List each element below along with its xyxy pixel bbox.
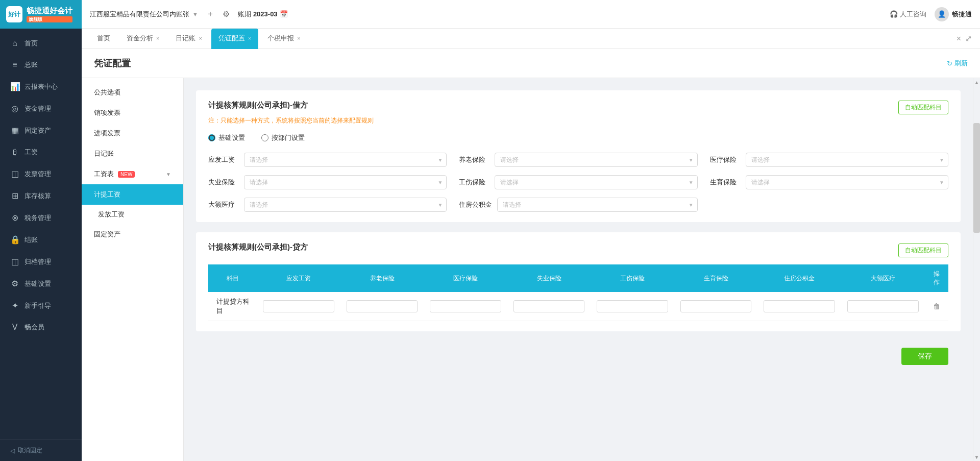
radio-basic-setting[interactable]: 基础设置	[208, 133, 245, 142]
tab-bar: 首页 资金分析 × 日记账 × 凭证配置 × 个税申报 × × ⤢	[82, 29, 980, 49]
select-zhufang-gongjijin[interactable]: 请选择	[497, 198, 697, 212]
sidebar-item-salary[interactable]: ₿ 工资	[0, 141, 82, 163]
headset-icon: 🎧	[890, 10, 898, 18]
service-button[interactable]: 🎧 人工咨询	[890, 10, 926, 19]
close-account-icon: 🔒	[10, 235, 19, 245]
menu-item-sales[interactable]: 销项发票	[82, 103, 183, 123]
tab-home[interactable]: 首页	[90, 29, 117, 49]
select-shengyu-baoxian[interactable]: 请选择	[746, 175, 948, 189]
debit-section: 自动匹配科目 计提核算规则(公司承担)-借方 注：只能选择一种方式，系统将按照您…	[196, 90, 961, 222]
content-area: 公共选项 销项发票 进项发票 日记账 工资表 NEW ▼	[82, 78, 980, 461]
tab-diary[interactable]: 日记账 ×	[168, 29, 209, 49]
scroll-up-button[interactable]: ▲	[973, 78, 980, 86]
select-yanglao-baoxian[interactable]: 请选择	[495, 153, 697, 167]
debit-auto-match-button[interactable]: 自动匹配科目	[898, 101, 948, 114]
sidebar-item-invoice[interactable]: ◫ 发票管理	[0, 163, 82, 185]
tab-close-tax[interactable]: ×	[297, 35, 300, 41]
right-scrollbar: ▲ ▼	[973, 78, 980, 461]
user-menu[interactable]: 👤 畅捷通	[935, 7, 972, 21]
select-daexian-yiliao[interactable]: 请选择	[244, 198, 447, 212]
col-header-yiliao: 医疗保险	[424, 264, 507, 292]
select-gongshang-baoxian[interactable]: 请选择	[495, 175, 697, 189]
debit-fields-grid: 应发工资 请选择 ▼ 养老保险	[208, 153, 948, 212]
menu-item-salary-table[interactable]: 工资表 NEW ▼	[82, 164, 183, 184]
tab-close-voucher[interactable]: ×	[248, 35, 251, 41]
col-header-gongshang: 工伤保险	[591, 264, 674, 292]
menu-item-diary[interactable]: 日记账	[82, 143, 183, 164]
sidebar-item-reports[interactable]: 📊 云报表中心	[0, 76, 82, 98]
period-selector[interactable]: 账期 2023-03 📅	[238, 10, 288, 19]
form-area: 自动匹配科目 计提核算规则(公司承担)-借方 注：只能选择一种方式，系统将按照您…	[184, 78, 973, 461]
tab-capital[interactable]: 资金分析 ×	[119, 29, 166, 49]
cell-shengyu	[674, 292, 758, 321]
maximize-tab-button[interactable]: ⤢	[965, 34, 972, 43]
sidebar-item-close[interactable]: 🔒 结账	[0, 229, 82, 251]
save-button[interactable]: 保存	[901, 348, 948, 365]
debit-section-note: 注：只能选择一种方式，系统将按照您当前的选择来配置规则	[208, 116, 948, 125]
new-badge: NEW	[118, 171, 135, 178]
col-header-yingfa: 应发工资	[257, 264, 340, 292]
refresh-icon: ↻	[947, 60, 952, 67]
sidebar-item-home[interactable]: ⌂ 首页	[0, 33, 82, 54]
tab-voucher[interactable]: 凭证配置 ×	[211, 29, 258, 49]
sidebar-item-vip[interactable]: V 畅会员	[0, 317, 82, 338]
radio-group-setting-mode: 基础设置 按部门设置	[208, 133, 948, 142]
input-gongshang[interactable]	[597, 300, 668, 312]
input-daexian[interactable]	[847, 300, 919, 312]
company-selector[interactable]: 江西服宝精品有限责任公司内账张 ▼	[90, 10, 198, 19]
guide-icon: ✦	[10, 301, 19, 310]
credit-section-title: 计提核算规则(公司承担)-贷方	[208, 242, 308, 252]
tab-close-capital[interactable]: ×	[156, 35, 159, 41]
menu-item-public[interactable]: 公共选项	[82, 82, 183, 103]
tab-tax[interactable]: 个税申报 ×	[260, 29, 307, 49]
sidebar-item-ledger[interactable]: ≡ 总账	[0, 54, 82, 76]
menu-item-salary-pay[interactable]: 发放工资	[82, 205, 183, 224]
input-yiliao[interactable]	[430, 300, 501, 312]
select-shiye-baoxian[interactable]: 请选择	[244, 175, 447, 189]
credit-auto-match-button[interactable]: 自动匹配科目	[898, 244, 948, 257]
sidebar-item-inventory[interactable]: ⊞ 库存核算	[0, 185, 82, 207]
menu-item-purchase[interactable]: 进项发票	[82, 123, 183, 143]
input-yingfa[interactable]	[263, 300, 334, 312]
delete-row-button[interactable]: 🗑	[933, 302, 940, 310]
radio-dept-setting[interactable]: 按部门设置	[261, 133, 305, 142]
field-shengyu-baoxian: 生育保险 请选择 ▼	[710, 175, 948, 189]
menu-item-fixed-asset[interactable]: 固定资产	[82, 224, 183, 245]
home-icon: ⌂	[10, 39, 19, 48]
cell-action: 🗑	[925, 292, 948, 321]
sidebar-item-guide[interactable]: ✦ 新手引导	[0, 295, 82, 317]
cell-zhufang	[757, 292, 841, 321]
cell-gongshang	[591, 292, 674, 321]
add-button[interactable]: ＋	[206, 9, 214, 19]
settings-button[interactable]: ⚙	[223, 9, 230, 19]
sidebar-item-capital[interactable]: ◎ 资金管理	[0, 98, 82, 119]
reports-icon: 📊	[10, 82, 19, 91]
input-shengyu[interactable]	[680, 300, 752, 312]
sidebar-item-fixed[interactable]: ▦ 固定资产	[0, 119, 82, 141]
chevron-down-icon: ▼	[166, 172, 171, 177]
vip-icon: V	[10, 323, 19, 332]
col-header-shiye: 失业保险	[507, 264, 591, 292]
cancel-pin-button[interactable]: ◁ 取消固定	[0, 440, 82, 461]
close-tab-button[interactable]: ×	[957, 34, 961, 43]
sidebar-item-tax[interactable]: ⊗ 税务管理	[0, 207, 82, 229]
page-title: 凭证配置	[94, 57, 131, 69]
refresh-button[interactable]: ↻ 刷新	[947, 59, 968, 68]
scroll-down-button[interactable]: ▼	[973, 453, 980, 461]
settings-icon: ⚙	[10, 279, 19, 288]
input-zhufang[interactable]	[764, 300, 835, 312]
col-header-action: 操作	[925, 264, 948, 292]
input-yanglao[interactable]	[347, 300, 418, 312]
input-shiye[interactable]	[513, 300, 585, 312]
cell-daexian	[841, 292, 925, 321]
field-yiliao-baoxian: 医疗保险 请选择 ▼	[710, 153, 948, 167]
select-yiliao-baoxian[interactable]: 请选择	[746, 153, 948, 167]
sidebar-item-settings[interactable]: ⚙ 基础设置	[0, 273, 82, 295]
tab-close-diary[interactable]: ×	[199, 35, 202, 41]
field-yingfa-gongzi: 应发工资 请选择 ▼	[208, 153, 447, 167]
sidebar-item-archive[interactable]: ◫ 归档管理	[0, 251, 82, 273]
menu-item-salary-calc[interactable]: 计提工资	[82, 184, 183, 205]
select-yingfa-gongzi[interactable]: 请选择	[244, 153, 447, 167]
debit-section-title: 计提核算规则(公司承担)-借方	[208, 101, 948, 110]
scrollbar-thumb[interactable]	[973, 123, 980, 233]
